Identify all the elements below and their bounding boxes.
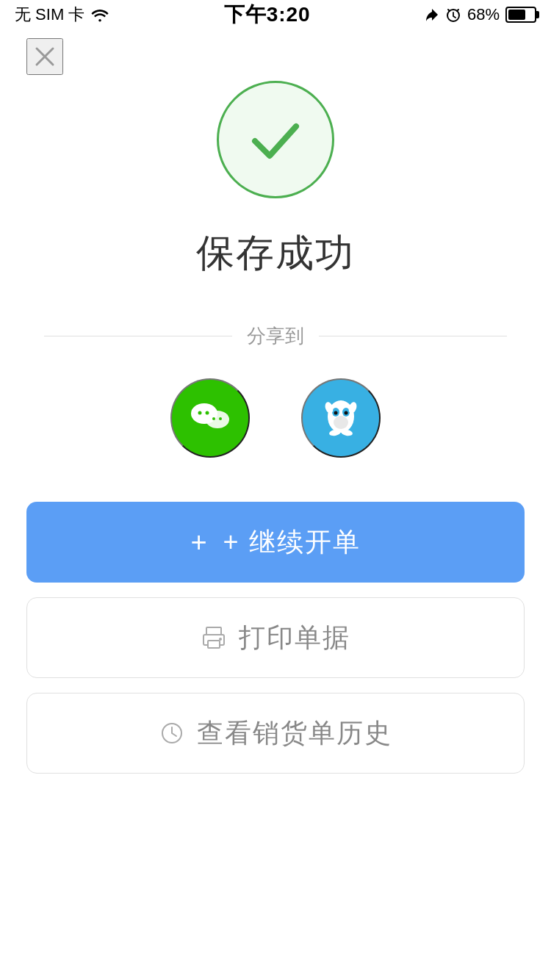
status-bar: 无 SIM 卡 下午3:20 68% [0,0,551,29]
status-time: 下午3:20 [224,1,311,29]
svg-point-13 [345,411,348,415]
history-icon [159,720,185,746]
continue-icon: + [190,527,208,558]
history-button[interactable]: 查看销货单历史 [26,693,525,774]
location-icon [425,7,439,22]
battery-icon [505,7,536,23]
svg-rect-22 [208,641,220,648]
no-sim-text: 无 SIM 卡 [15,4,84,26]
battery-percent: 68% [467,5,500,24]
success-icon-circle [217,81,334,198]
print-label: 打印单据 [239,620,350,656]
svg-point-7 [212,417,215,420]
svg-point-6 [206,411,209,415]
svg-rect-20 [206,627,221,635]
svg-point-23 [219,638,222,641]
continue-order-button[interactable]: + + 继续开单 [26,502,525,583]
share-icons [170,378,381,458]
wechat-share-button[interactable] [170,378,250,458]
share-section: 分享到 [0,323,551,458]
svg-point-5 [198,411,202,415]
svg-point-19 [334,416,348,429]
qq-share-button[interactable] [301,378,381,458]
printer-icon [201,624,227,651]
action-buttons: + + 继续开单 打印单据 查看销货单历史 [0,502,551,774]
divider-right [319,336,507,336]
qq-icon [314,392,367,444]
status-right: 68% [425,5,536,24]
svg-point-8 [219,417,222,420]
continue-label: + 继续开单 [223,525,361,561]
status-left: 无 SIM 卡 [15,4,109,26]
svg-point-4 [206,411,229,428]
print-button[interactable]: 打印单据 [26,597,525,678]
success-title: 保存成功 [196,228,355,279]
wechat-icon [185,393,235,443]
wifi-icon [90,7,109,22]
divider-left [44,336,232,336]
checkmark-icon [246,110,305,169]
share-divider: 分享到 [0,323,551,349]
share-label: 分享到 [247,323,304,349]
main-content: 保存成功 分享到 [0,29,551,774]
alarm-icon [445,7,461,23]
history-label: 查看销货单历史 [197,716,392,752]
svg-point-12 [334,411,338,415]
close-button[interactable] [26,38,63,75]
